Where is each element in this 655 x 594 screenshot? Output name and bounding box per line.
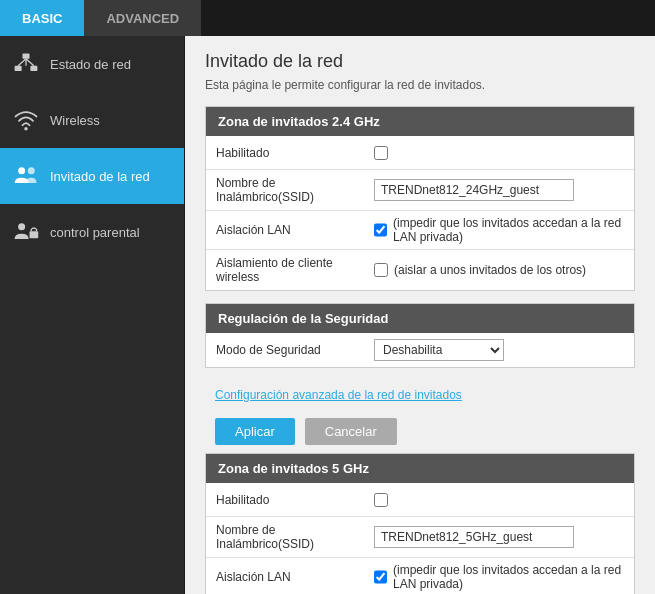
isolation-lan-5-checkbox[interactable] [374, 570, 387, 584]
svg-point-7 [18, 167, 25, 174]
isolation-lan-5-value: (impedir que los invitados accedan a la … [366, 558, 634, 594]
section-24ghz-body: Habilitado Nombre de Inalámbrico(SSID) A… [206, 136, 634, 290]
svg-line-3 [18, 59, 26, 66]
svg-rect-2 [30, 66, 37, 71]
sidebar-item-invitado[interactable]: Invitado de la red [0, 148, 184, 204]
habilitado-5-checkbox[interactable] [374, 493, 388, 507]
svg-rect-1 [15, 66, 22, 71]
content-area: Invitado de la red Esta página le permit… [185, 36, 655, 594]
sidebar-item-estado-de-red[interactable]: Estado de red [0, 36, 184, 92]
page-title: Invitado de la red [205, 51, 635, 72]
section-5ghz-body: Habilitado Nombre de Inalámbrico(SSID) A… [206, 483, 634, 594]
habilitado-24-value [366, 141, 634, 165]
habilitado-5-label: Habilitado [206, 487, 366, 513]
row-ssid-24: Nombre de Inalámbrico(SSID) [206, 170, 634, 211]
section-24ghz: Zona de invitados 2.4 GHz Habilitado Nom… [205, 106, 635, 291]
sidebar-item-parental[interactable]: control parental [0, 204, 184, 260]
cancel-button[interactable]: Cancelar [305, 418, 397, 445]
svg-point-8 [28, 167, 35, 174]
row-habilitado-24: Habilitado [206, 136, 634, 170]
guest-icon [10, 160, 42, 192]
ssid-5-input[interactable] [374, 526, 574, 548]
row-ssid-5: Nombre de Inalámbrico(SSID) [206, 517, 634, 558]
isolation-lan-24-checkbox[interactable] [374, 223, 387, 237]
sidebar-item-label-parental: control parental [50, 225, 140, 240]
habilitado-24-label: Habilitado [206, 140, 366, 166]
row-security-mode-24: Modo de Seguridad Deshabilita WEP WPA2 [206, 333, 634, 367]
config-link-container: Configuración avanzada de la red de invi… [205, 380, 635, 410]
sidebar: Estado de red Wireless [0, 36, 185, 594]
client-isolation-24-label: Aislamiento de cliente wireless [206, 250, 366, 290]
parental-icon [10, 216, 42, 248]
security-mode-24-value: Deshabilita WEP WPA2 [366, 334, 634, 366]
row-isolation-lan-5: Aislación LAN (impedir que los invitados… [206, 558, 634, 594]
row-isolation-lan-24: Aislación LAN (impedir que los invitados… [206, 211, 634, 250]
security-mode-24-select[interactable]: Deshabilita WEP WPA2 [374, 339, 504, 361]
section-5ghz: Zona de invitados 5 GHz Habilitado Nombr… [205, 453, 635, 594]
isolation-lan-24-value: (impedir que los invitados accedan a la … [366, 211, 634, 249]
isolation-lan-24-label: Aislación LAN [206, 217, 366, 243]
habilitado-24-checkbox[interactable] [374, 146, 388, 160]
svg-rect-0 [23, 54, 30, 59]
btn-row: Aplicar Cancelar [205, 410, 635, 453]
client-isolation-24-value: (aislar a unos invitados de los otros) [366, 258, 634, 282]
config-advanced-link[interactable]: Configuración avanzada de la red de invi… [215, 388, 462, 402]
main-layout: Estado de red Wireless [0, 36, 655, 594]
network-icon [10, 48, 42, 80]
top-nav: BASIC ADVANCED [0, 0, 655, 36]
ssid-24-input[interactable] [374, 179, 574, 201]
section-24ghz-header: Zona de invitados 2.4 GHz [206, 107, 634, 136]
habilitado-5-value [366, 488, 634, 512]
security-24-header: Regulación de la Seguridad [206, 304, 634, 333]
svg-line-4 [26, 59, 34, 66]
isolation-lan-5-label: Aislación LAN [206, 564, 366, 590]
section-5ghz-header: Zona de invitados 5 GHz [206, 454, 634, 483]
row-client-isolation-24: Aislamiento de cliente wireless (aislar … [206, 250, 634, 290]
advanced-tab[interactable]: ADVANCED [84, 0, 201, 36]
apply-button[interactable]: Aplicar [215, 418, 295, 445]
isolation-lan-5-text: (impedir que los invitados accedan a la … [393, 563, 626, 591]
basic-tab[interactable]: BASIC [0, 0, 84, 36]
row-habilitado-5: Habilitado [206, 483, 634, 517]
sidebar-item-label-invitado: Invitado de la red [50, 169, 150, 184]
sidebar-item-label-estado: Estado de red [50, 57, 131, 72]
svg-point-6 [24, 127, 28, 131]
client-isolation-24-checkbox[interactable] [374, 263, 388, 277]
wireless-icon [10, 104, 42, 136]
security-24-body: Modo de Seguridad Deshabilita WEP WPA2 [206, 333, 634, 367]
isolation-lan-24-text: (impedir que los invitados accedan a la … [393, 216, 626, 244]
sidebar-item-wireless[interactable]: Wireless [0, 92, 184, 148]
client-isolation-24-text: (aislar a unos invitados de los otros) [394, 263, 586, 277]
sidebar-item-label-wireless: Wireless [50, 113, 100, 128]
ssid-5-label: Nombre de Inalámbrico(SSID) [206, 517, 366, 557]
security-mode-24-label: Modo de Seguridad [206, 337, 366, 363]
section-security-24: Regulación de la Seguridad Modo de Segur… [205, 303, 635, 368]
ssid-5-value [366, 521, 634, 553]
svg-rect-10 [30, 231, 39, 238]
page-description: Esta página le permite configurar la red… [205, 78, 635, 92]
ssid-24-label: Nombre de Inalámbrico(SSID) [206, 170, 366, 210]
ssid-24-value [366, 174, 634, 206]
svg-point-9 [18, 223, 25, 230]
